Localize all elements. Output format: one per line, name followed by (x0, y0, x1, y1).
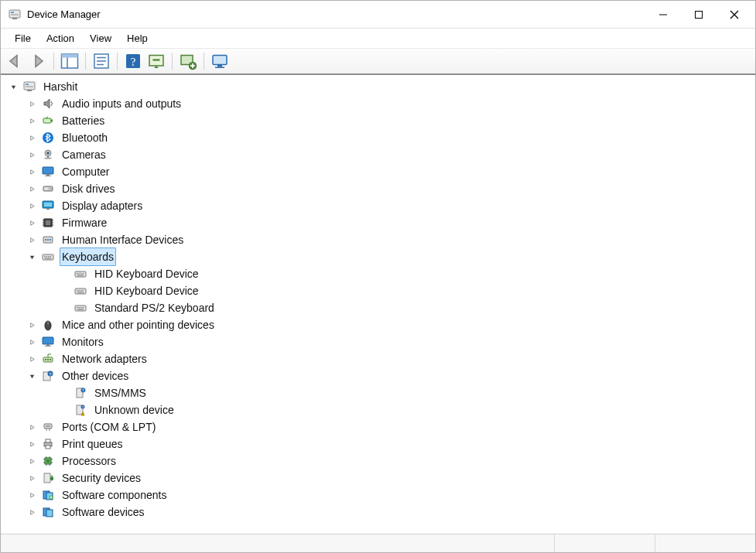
tree-device[interactable]: ?SMS/MMS (4, 384, 752, 401)
back-button[interactable] (5, 52, 24, 70)
toolbar-separator (117, 53, 118, 70)
minimize-button[interactable] (645, 2, 681, 27)
scan-hardware-button[interactable] (147, 52, 166, 70)
tree-category-swdev[interactable]: Software devices (4, 504, 752, 521)
tree-category-other[interactable]: ?Other devices (4, 367, 752, 384)
menu-action[interactable]: Action (39, 30, 82, 46)
tree-device[interactable]: HID Keyboard Device (4, 265, 752, 282)
tree-category-network[interactable]: Network adapters (4, 350, 752, 367)
svg-rect-60 (48, 256, 50, 258)
chevron-right-icon[interactable] (27, 150, 36, 159)
statusbar (1, 534, 755, 552)
swdev-icon (41, 505, 55, 519)
tree-device[interactable]: Standard PS/2 Keyboard (4, 299, 752, 316)
svg-point-56 (50, 239, 51, 241)
statusbar-cell (655, 534, 755, 552)
chevron-right-icon[interactable] (27, 235, 36, 244)
battery-icon (41, 114, 55, 128)
chevron-right-icon[interactable] (27, 218, 36, 227)
svg-rect-23 (217, 65, 222, 67)
chevron-right-icon[interactable] (27, 201, 36, 210)
add-legacy-hardware-button[interactable] (179, 52, 197, 70)
chevron-right-icon[interactable] (27, 490, 36, 500)
chevron-right-icon[interactable] (27, 507, 36, 517)
help-button[interactable]: ? (124, 52, 142, 70)
svg-rect-67 (83, 273, 84, 275)
tree-category-monitor[interactable]: Computer (4, 163, 752, 180)
chevron-right-icon[interactable] (27, 99, 36, 108)
tree-category-port[interactable]: Ports (COM & LPT) (4, 418, 752, 435)
tree-category-mouse[interactable]: Mice and other pointing devices (4, 316, 752, 333)
chevron-right-icon[interactable] (27, 354, 36, 364)
tree-category-audio[interactable]: Audio inputs and outputs (4, 95, 752, 112)
svg-rect-26 (26, 84, 29, 85)
svg-rect-85 (45, 346, 51, 346)
chevron-right-icon[interactable] (27, 422, 36, 432)
tree-item-label: Software devices (60, 503, 147, 521)
app-icon (9, 9, 21, 21)
chevron-right-icon[interactable] (27, 116, 36, 125)
tree-item-label: Unknown device (92, 401, 176, 419)
tree-category-hid[interactable]: Human Interface Devices (4, 231, 752, 248)
menu-help[interactable]: Help (119, 30, 156, 46)
chevron-right-icon[interactable] (27, 439, 36, 449)
svg-rect-43 (44, 203, 52, 207)
other-icon: ? (41, 369, 55, 383)
disk-icon (41, 182, 55, 196)
tree-category-keyboard[interactable]: Keyboards (4, 248, 752, 265)
svg-point-55 (47, 239, 49, 241)
tree-root[interactable]: Harshit (4, 78, 752, 95)
tree-item-label: HID Keyboard Device (92, 282, 201, 300)
chevron-right-icon[interactable] (27, 184, 36, 193)
svg-point-102 (47, 425, 49, 427)
chevron-right-icon[interactable] (27, 167, 36, 176)
tree-category-printer[interactable]: Print queues (4, 435, 752, 452)
tree-item-label: Cameras (60, 145, 108, 164)
devices-and-printers-button[interactable] (210, 52, 229, 70)
tree-category-firmware[interactable]: Firmware (4, 214, 752, 231)
menu-file[interactable]: File (7, 30, 39, 46)
tree-category-disk[interactable]: Disk drives (4, 180, 752, 197)
svg-rect-38 (45, 176, 51, 176)
tree-category-swcomp[interactable]: Software components (4, 486, 752, 504)
chevron-right-icon[interactable] (27, 320, 36, 329)
device-tree[interactable]: HarshitAudio inputs and outputsBatteries… (1, 75, 755, 534)
tree-category-bluetooth[interactable]: Bluetooth (4, 129, 752, 146)
chevron-right-icon[interactable] (27, 133, 36, 142)
chevron-right-icon[interactable] (27, 337, 36, 346)
tree-item-label: Audio inputs and outputs (60, 94, 183, 113)
menu-view[interactable]: View (82, 30, 119, 46)
chevron-down-icon[interactable] (27, 252, 36, 261)
keyboard-icon (74, 267, 87, 281)
svg-rect-78 (80, 307, 82, 309)
chevron-right-icon[interactable] (27, 473, 36, 483)
tree-category-monitor[interactable]: Monitors (4, 333, 752, 350)
chevron-down-icon[interactable] (9, 82, 18, 91)
svg-rect-2 (11, 14, 19, 15)
tree-category-display[interactable]: Display adapters (4, 197, 752, 214)
chevron-down-icon[interactable] (27, 371, 36, 381)
computer-root-icon (22, 80, 36, 94)
properties-button[interactable] (92, 52, 111, 70)
maximize-button[interactable] (681, 2, 717, 27)
keyboard-icon (41, 250, 55, 264)
tree-item-label: Standard PS/2 Keyboard (92, 299, 217, 317)
svg-rect-3 (12, 18, 17, 19)
svg-rect-28 (27, 90, 32, 91)
tree-category-security[interactable]: Security devices (4, 469, 752, 486)
forward-button[interactable] (29, 52, 47, 70)
window-controls (645, 2, 752, 27)
tree-category-cpu[interactable]: Processors (4, 452, 752, 469)
tree-device[interactable]: HID Keyboard Device (4, 282, 752, 299)
tree-category-camera[interactable]: Cameras (4, 146, 752, 163)
tree-category-battery[interactable]: Batteries (4, 112, 752, 129)
show-hide-console-tree-button[interactable] (60, 52, 79, 70)
tree-device[interactable]: ?!Unknown device (4, 401, 752, 418)
unknown-warn-icon: ?! (74, 403, 87, 417)
chevron-right-icon[interactable] (27, 456, 36, 466)
svg-rect-24 (215, 67, 224, 69)
tree-item-label: Disk drives (60, 179, 117, 198)
close-button[interactable] (717, 2, 752, 27)
tree-item-label: Human Interface Devices (60, 230, 186, 249)
tree-item-label: Network adapters (60, 350, 149, 368)
